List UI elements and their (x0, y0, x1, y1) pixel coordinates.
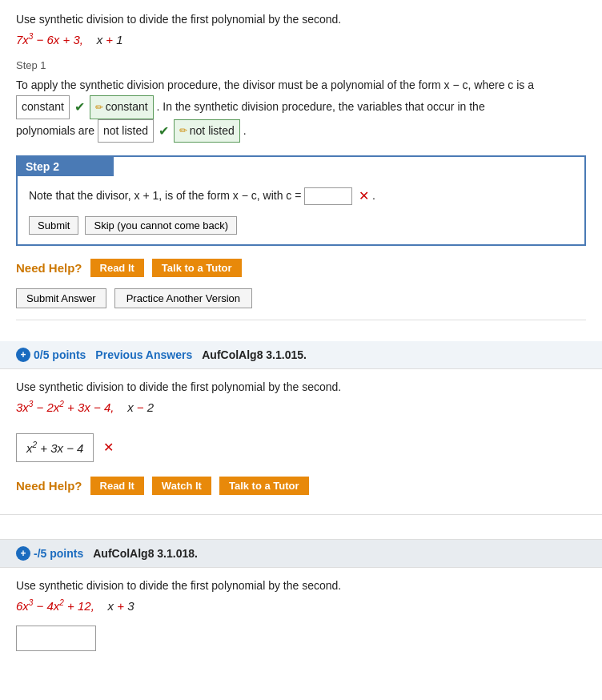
problem1-polynomial: 7x3 − 6x + 3, x + 1 (16, 32, 586, 46)
talk-tutor-button1[interactable]: Talk to a Tutor (152, 259, 242, 277)
pencil-icon1: ✏ (95, 99, 103, 115)
need-help-row1: Need Help? Read It Talk to a Tutor (16, 259, 586, 277)
red-x-icon: ✕ (359, 189, 369, 203)
red-x-icon2: ✕ (103, 440, 114, 455)
step2-submit-button[interactable]: Submit (29, 216, 78, 235)
problem3-section: Use synthetic division to divide the fir… (0, 568, 602, 662)
pencil-icon2: ✏ (179, 123, 187, 139)
practice-another-button[interactable]: Practice Another Version (114, 288, 252, 308)
points-text3: -/5 points (34, 547, 83, 560)
points-badge2: + 0/5 points (16, 348, 86, 362)
step1-label: Step 1 (16, 59, 586, 71)
need-help-label1: Need Help? (16, 261, 82, 275)
problem3-id: AufColAlg8 3.1.018. (93, 547, 198, 560)
problem2-polynomial: 3x3 − 2x2 + 3x − 4, x − 2 (16, 400, 586, 414)
need-help-row2: Need Help? Read It Watch It Talk to a Tu… (16, 477, 586, 495)
problem2-id: AufColAlg8 3.1.015. (202, 348, 307, 361)
watch-it-button2[interactable]: Watch It (152, 477, 211, 495)
read-it-button1[interactable]: Read It (90, 259, 144, 277)
read-it-button2[interactable]: Read It (90, 477, 144, 495)
problem2-answer-display: x2 + 3x − 4 (16, 433, 94, 462)
check-icon2: ✔ (159, 124, 169, 138)
step1-text: To apply the synthetic division procedur… (16, 76, 586, 143)
check-icon1: ✔ (74, 100, 85, 114)
previous-answers-link[interactable]: Previous Answers (95, 348, 192, 361)
constant-pencil-box[interactable]: ✏ constant (90, 95, 154, 119)
problem3-header: + -/5 points AufColAlg8 3.1.018. (0, 539, 602, 568)
not-listed-box1: not listed (98, 119, 154, 143)
step2-text: Note that the divisor, x + 1, is of the … (29, 186, 573, 207)
plus-circle2: + (16, 348, 30, 362)
step2-header: Step 2 (18, 157, 114, 176)
c-value-input[interactable] (304, 187, 352, 205)
plus-circle3: + (16, 546, 30, 561)
bottom-buttons: Submit Answer Practice Another Version (16, 288, 586, 320)
problem3-polynomial: 6x3 − 4x2 + 12, x + 3 (16, 598, 586, 613)
constant-box1: constant (16, 95, 70, 119)
step2-skip-button[interactable]: Skip (you cannot come back) (85, 216, 237, 235)
points-text2: 0/5 points (34, 348, 86, 361)
talk-tutor-button2[interactable]: Talk to a Tutor (219, 477, 309, 495)
need-help-label2: Need Help? (16, 479, 82, 493)
problem2-section: Use synthetic division to divide the fir… (0, 369, 602, 515)
not-listed-pencil-box[interactable]: ✏ not listed (174, 119, 240, 143)
step2-container: Step 2 Note that the divisor, x + 1, is … (16, 155, 586, 246)
problem2-instruction: Use synthetic division to divide the fir… (16, 380, 586, 393)
problem1-instruction: Use synthetic division to divide the fir… (16, 13, 586, 26)
submit-answer-button[interactable]: Submit Answer (16, 288, 106, 308)
problem2-header: + 0/5 points Previous Answers AufColAlg8… (0, 341, 602, 369)
problem3-instruction: Use synthetic division to divide the fir… (16, 579, 586, 592)
problem3-answer-input[interactable] (16, 626, 96, 651)
points-badge3: + -/5 points (16, 546, 83, 561)
